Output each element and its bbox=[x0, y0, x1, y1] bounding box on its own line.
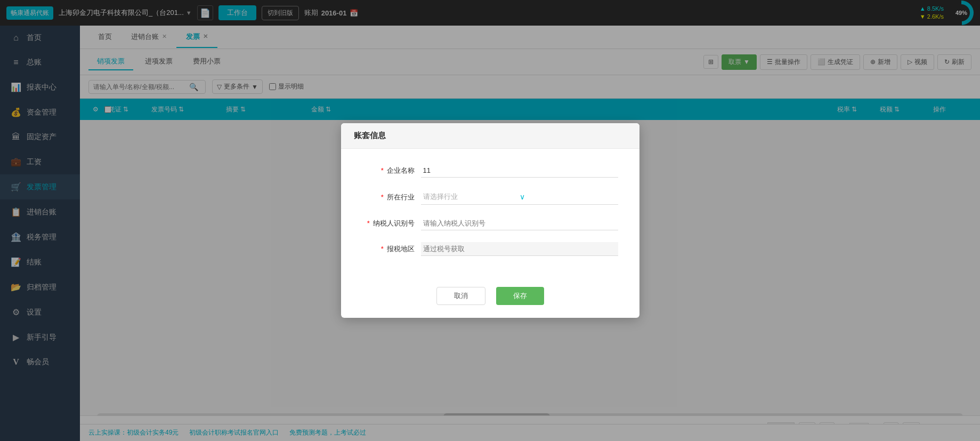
industry-label: * 所在行业 bbox=[362, 193, 421, 202]
modal-body: * 企业名称 * 所在行业 请选择行业 ∨ bbox=[341, 149, 639, 278]
tax-id-field-label: 纳税人识别号 bbox=[373, 219, 415, 227]
company-name-label: * 企业名称 bbox=[362, 166, 421, 175]
form-row-industry: * 所在行业 请选择行业 ∨ bbox=[362, 189, 618, 205]
company-name-field-label: 企业名称 bbox=[387, 166, 415, 174]
cancel-button[interactable]: 取消 bbox=[436, 287, 485, 305]
main-content: 首页 进销台账 ✕ 发票 ✕ 销项发票 进项发票 费用小票 ⊞ bbox=[80, 26, 980, 441]
modal-title: 账套信息 bbox=[341, 123, 639, 149]
tax-region-field-label: 报税地区 bbox=[387, 245, 415, 253]
save-button[interactable]: 保存 bbox=[496, 287, 544, 305]
modal-overlay: 账套信息 * 企业名称 * 所在行业 bbox=[80, 26, 980, 441]
tax-region-input bbox=[421, 242, 618, 256]
industry-placeholder: 请选择行业 bbox=[423, 192, 520, 202]
tax-region-label: * 报税地区 bbox=[362, 244, 421, 254]
form-row-company-name: * 企业名称 bbox=[362, 164, 618, 178]
company-name-input[interactable] bbox=[421, 164, 618, 178]
tax-id-input[interactable] bbox=[421, 217, 618, 230]
industry-field-label: 所在行业 bbox=[387, 193, 415, 201]
industry-dropdown-icon: ∨ bbox=[520, 193, 616, 201]
tax-id-label: * 纳税人识别号 bbox=[362, 219, 421, 228]
industry-select[interactable]: 请选择行业 ∨ bbox=[421, 189, 618, 205]
modal-footer: 取消 保存 bbox=[341, 278, 639, 318]
account-info-modal: 账套信息 * 企业名称 * 所在行业 bbox=[341, 123, 639, 318]
form-row-tax-region: * 报税地区 bbox=[362, 242, 618, 256]
form-row-tax-id: * 纳税人识别号 bbox=[362, 217, 618, 230]
